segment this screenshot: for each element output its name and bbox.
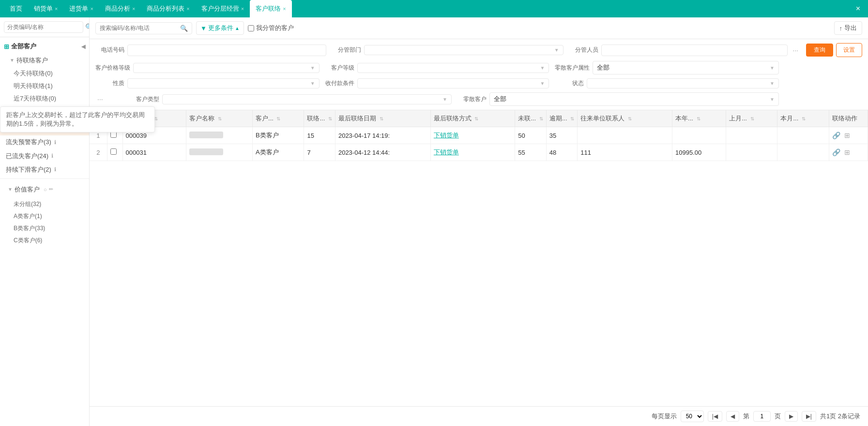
row2-last-method-link[interactable]: 下销货单: [434, 148, 459, 156]
nature-select[interactable]: ▼: [127, 78, 320, 88]
nav-product-list-close[interactable]: ×: [186, 0, 189, 17]
this-month-col-label: 本月...: [780, 115, 798, 122]
last-month-col-label: 上月...: [729, 115, 747, 122]
nav-item-home[interactable]: 首页: [4, 0, 28, 17]
name-sort-icon[interactable]: ⇅: [218, 116, 222, 121]
contact-count-sort-icon[interactable]: ⇅: [328, 116, 332, 121]
tooltip-text: 距客户上次交易时长，超过了此客户的平均交易周期的1.5倍，则视为异常。: [6, 111, 89, 127]
retail-attr-arrow: ▼: [770, 65, 775, 71]
sidebar-item-pending-contact[interactable]: ▼ 待联络客户: [0, 54, 89, 67]
edit-pen-icon[interactable]: ✏: [49, 186, 53, 192]
customer-type-select[interactable]: ▼: [162, 94, 452, 104]
row2-select-checkbox[interactable]: [110, 148, 117, 155]
sidebar-item-class-a[interactable]: A类客户(1): [0, 210, 89, 222]
nav-sales-close[interactable]: ×: [55, 0, 58, 17]
sidebar-collapse-icon[interactable]: ◀: [81, 44, 85, 50]
dept-select[interactable]: ▼: [364, 45, 563, 55]
value-group-header[interactable]: ▼ 价值客户 ○ ✏: [6, 183, 85, 196]
this-month-sort-icon[interactable]: ⇅: [802, 116, 806, 121]
row2-grid-icon[interactable]: ⊞: [844, 148, 850, 156]
price-grade-arrow: ▼: [310, 65, 315, 71]
row2-this-month: [777, 144, 829, 161]
export-button[interactable]: ↑ 导出: [834, 21, 863, 35]
status-select[interactable]: ▼: [587, 78, 779, 88]
sidebar-item-class-c[interactable]: C类客户(6): [0, 235, 89, 247]
row1-last-method-link[interactable]: 下销货单: [434, 132, 459, 139]
nav-item-product-analysis[interactable]: 商品分析 ×: [99, 0, 141, 17]
sidebar-item-today[interactable]: 今天待联络(0): [0, 67, 89, 80]
last-month-sort-icon[interactable]: ⇅: [750, 116, 754, 121]
price-grade-select[interactable]: ▼: [133, 63, 320, 73]
window-close-button[interactable]: ×: [852, 4, 864, 13]
nav-product-analysis-close[interactable]: ×: [132, 0, 135, 17]
retail-customer-label: 零散客户: [457, 95, 487, 103]
dept-field: 分管部门 ▼: [332, 45, 563, 55]
contact-person-col-header: 往来单位联系人 ⇅: [578, 110, 672, 127]
nav-item-sales[interactable]: 销货单 ×: [28, 0, 63, 17]
price-grade-field: 客户价格等级 ▼: [95, 63, 320, 73]
person-dots[interactable]: ···: [791, 46, 800, 54]
sidebar-search-input[interactable]: [4, 21, 83, 33]
no-contact-col-header: 未联... ⇅: [515, 110, 546, 127]
nav-customer-contact-close[interactable]: ×: [283, 0, 286, 17]
next-page-button[interactable]: ▶: [785, 411, 798, 422]
search-input[interactable]: [100, 25, 178, 31]
my-customers-checkbox-label[interactable]: 我分管的客户: [248, 24, 294, 32]
sidebar-item-tomorrow[interactable]: 明天待联络(1): [0, 80, 89, 92]
filter-icon: ▼: [200, 25, 207, 32]
customer-grade-select[interactable]: ▼: [357, 63, 549, 73]
row2-no: 2: [90, 144, 107, 161]
last-method-sort-icon[interactable]: ⇅: [474, 116, 478, 121]
contact-person-sort-icon[interactable]: ⇅: [628, 116, 632, 121]
filter-actions-1: 查询 设置: [806, 43, 862, 57]
extra-dots-field: ···: [95, 95, 124, 103]
nav-purchase-close[interactable]: ×: [90, 0, 93, 17]
sidebar-item-7days[interactable]: 近7天待联络(0): [0, 92, 89, 105]
search-icon[interactable]: 🔍: [180, 25, 188, 32]
row1-actions: 🔗 ⊞: [829, 127, 868, 144]
this-year-sort-icon[interactable]: ⇅: [697, 116, 700, 121]
row2-code: 000031: [122, 144, 186, 161]
nav-item-product-list[interactable]: 商品分析列表 ×: [141, 0, 195, 17]
more-conditions-btn[interactable]: ▼ 更多条件 ▲: [196, 21, 244, 35]
sidebar-search-icon[interactable]: 🔍: [85, 23, 90, 31]
sidebar-tree: ⊞ 全部客户 ◀ ▼ 待联络客户 今天待联络(0) 明天待联络(1) 近7天待联…: [0, 37, 89, 426]
first-page-button[interactable]: |◀: [708, 411, 722, 422]
type-sort-icon[interactable]: ⇅: [276, 116, 280, 121]
overdue-sort-icon[interactable]: ⇅: [570, 116, 574, 121]
sidebar-item-class-b[interactable]: B类客户(33): [0, 222, 89, 235]
person-field: 分管人员 ···: [569, 44, 800, 56]
all-customers-header[interactable]: ⊞ 全部客户 ◀: [0, 39, 89, 54]
prev-page-button[interactable]: ◀: [726, 411, 739, 422]
retail-attr-select[interactable]: 全部 ▼: [593, 61, 779, 74]
last-page-button[interactable]: ▶|: [802, 411, 816, 422]
phone-input[interactable]: [127, 44, 326, 56]
last-date-sort-icon[interactable]: ⇅: [380, 116, 383, 121]
person-input[interactable]: [601, 44, 788, 56]
nav-item-purchase[interactable]: 进货单 ×: [63, 0, 99, 17]
sidebar-item-declining[interactable]: 持续下滑客户(2) ℹ: [0, 163, 89, 176]
row1-grid-icon[interactable]: ⊞: [844, 132, 850, 139]
sidebar-item-ungrouped[interactable]: 未分组(32): [0, 198, 89, 210]
query-button[interactable]: 查询: [806, 44, 833, 57]
my-customers-checkbox[interactable]: [248, 25, 254, 31]
retail-customer-value: 全部: [494, 95, 506, 103]
settings-button[interactable]: 设置: [836, 43, 862, 57]
row1-link-icon[interactable]: 🔗: [832, 132, 840, 139]
nav-customer-tier-close[interactable]: ×: [241, 0, 244, 17]
nav-item-customer-tier[interactable]: 客户分层经营 ×: [196, 0, 250, 17]
row2-link-icon[interactable]: 🔗: [832, 148, 840, 156]
page-number-input[interactable]: [753, 411, 771, 422]
per-page-select[interactable]: 50: [681, 411, 704, 422]
sidebar-item-churned[interactable]: 已流失客户(24) ℹ: [0, 149, 89, 163]
no-contact-sort-icon[interactable]: ⇅: [539, 116, 543, 121]
extra-dots[interactable]: ···: [95, 95, 105, 103]
retail-customer-select[interactable]: 全部 ▼: [489, 92, 779, 106]
this-year-col-label: 本年...: [675, 115, 693, 122]
table-row: 2 000031 A类客户 7 2023-04-12 14:44: 下销货单: [90, 144, 868, 161]
row1-this-month: [777, 127, 829, 144]
sidebar-item-churn-warning[interactable]: 流失预警客户(3) ℹ: [0, 135, 89, 149]
nav-item-customer-contact[interactable]: 客户联络 ×: [250, 0, 291, 17]
edit-icon[interactable]: ○: [44, 187, 47, 192]
payment-select[interactable]: ▼: [357, 78, 549, 88]
